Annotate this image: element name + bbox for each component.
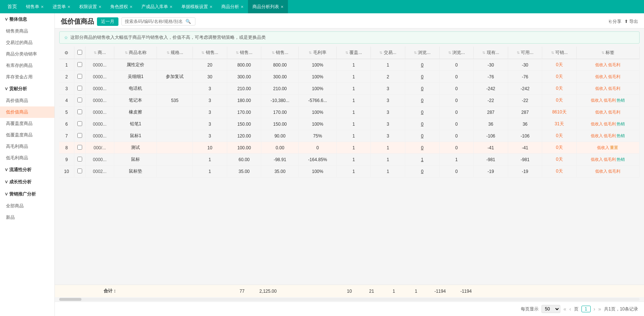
nav-close-inventory[interactable]: ✕ [170, 5, 172, 9]
nav-close-template[interactable]: ✕ [209, 5, 212, 9]
sidebar-item-sales-goods[interactable]: 销售类商品 [0, 26, 54, 37]
row-checkbox[interactable] [77, 86, 82, 91]
sidebar-group-contribution[interactable]: ∨ 贡献分析 [0, 83, 54, 95]
row-checkbox[interactable] [77, 133, 82, 138]
select-all-checkbox[interactable] [77, 50, 82, 55]
col-trade[interactable]: ⇅ 交易... [371, 47, 405, 59]
col-spec[interactable]: ⇅ 规格... [157, 47, 193, 59]
browse-link[interactable]: 0 [421, 169, 423, 174]
search-box[interactable]: 🔍 [121, 17, 195, 26]
row-stock2: -19 [508, 166, 542, 177]
sidebar-item-all-goods[interactable]: 全部商品 [0, 200, 54, 212]
col-code[interactable]: ⇅ 商... [85, 47, 114, 59]
share-button[interactable]: ⎗ 分享 [609, 18, 621, 25]
row-browse1[interactable]: 0 [405, 106, 439, 118]
row-checkbox[interactable] [77, 62, 82, 67]
col-s2[interactable]: ⇅ 销售... [227, 47, 261, 59]
nav-permission[interactable]: 权限设置 ✕ [75, 0, 106, 13]
sidebar-item-traded-goods[interactable]: 交易过的商品 [0, 37, 54, 48]
browse-link[interactable]: 0 [421, 133, 423, 139]
tab-recent-month[interactable]: 近一月 [97, 17, 118, 26]
row-browse1[interactable]: 0 [405, 130, 439, 142]
nav-role[interactable]: 角色授权 ✕ [106, 0, 137, 13]
nav-product-analysis[interactable]: 商品分析 ✕ [217, 0, 248, 13]
nav-close-product-analysis[interactable]: ✕ [241, 5, 244, 9]
export-button[interactable]: ⬆ 导出 [624, 18, 638, 25]
sidebar-item-low-coverage[interactable]: 低覆盖度商品 [0, 129, 54, 141]
col-tags[interactable]: ⇅ 标签 [577, 47, 640, 59]
last-page-btn[interactable]: » [598, 306, 601, 312]
nav-close-product-list[interactable]: ✕ [281, 5, 284, 9]
row-browse1[interactable]: 0 [405, 166, 439, 177]
search-input[interactable] [125, 19, 184, 24]
prev-page-btn[interactable]: ‹ [569, 306, 571, 312]
sidebar-group-marketing[interactable]: ∨ 营销推广分析 [0, 188, 54, 200]
col-stock2[interactable]: ⇅ 可用... [508, 47, 542, 59]
col-stock1[interactable]: ⇅ 现有... [474, 47, 508, 59]
col-name[interactable]: ⇅ 商品名称 [114, 47, 157, 59]
browse-link[interactable]: 0 [421, 145, 423, 150]
next-page-btn[interactable]: › [594, 306, 596, 312]
nav-close-permission[interactable]: ✕ [98, 5, 101, 9]
col-checkbox[interactable] [74, 47, 85, 59]
browse-link[interactable]: 0 [421, 62, 423, 68]
col-s3[interactable]: ⇅ 销售... [261, 47, 299, 59]
nav-purchase[interactable]: 进货单 ✕ [48, 0, 75, 13]
row-checkbox[interactable] [77, 109, 82, 114]
search-icon[interactable]: 🔍 [185, 19, 191, 24]
nav-inventory[interactable]: 产成品入库单 ✕ [137, 0, 177, 13]
nav-close-sales[interactable]: ✕ [41, 5, 44, 9]
browse-link[interactable]: 0 [421, 110, 423, 115]
row-browse1[interactable]: 1 [405, 154, 439, 166]
row-browse1[interactable]: 0 [405, 83, 439, 95]
browse-link[interactable]: 0 [421, 74, 423, 79]
nav-product-list[interactable]: 商品分析列表 ✕ [248, 0, 288, 13]
row-checkbox[interactable] [77, 145, 82, 150]
sidebar-item-inventory-fund[interactable]: 库存资金占用 [0, 71, 54, 83]
first-page-btn[interactable]: « [563, 306, 566, 312]
scroll-thumb[interactable] [59, 298, 81, 301]
nav-sales[interactable]: 销售单 ✕ [21, 0, 48, 13]
sidebar-group-flow[interactable]: ∨ 流通性分析 [0, 164, 54, 176]
nav-close-purchase[interactable]: ✕ [67, 5, 70, 9]
row-checkbox[interactable] [77, 121, 82, 126]
row-browse1[interactable]: 0 [405, 142, 439, 154]
row-browse1[interactable]: 0 [405, 59, 439, 71]
row-checkbox[interactable] [77, 74, 82, 79]
sidebar-item-low-margin[interactable]: 低毛利商品 [0, 152, 54, 164]
browse-link[interactable]: 0 [421, 122, 423, 127]
col-settings[interactable]: ⚙ [59, 47, 74, 59]
row-days: 0天 [542, 71, 577, 83]
sidebar-item-high-value[interactable]: 高价值商品 [0, 95, 54, 106]
scroll-bar[interactable] [59, 298, 640, 301]
current-page[interactable]: 1 [581, 306, 591, 312]
sidebar-item-category-rate[interactable]: 商品分类动销率 [0, 48, 54, 60]
row-checkbox[interactable] [77, 169, 82, 173]
nav-template[interactable]: 单据模板设置 ✕ [177, 0, 217, 13]
row-browse1[interactable]: 0 [405, 71, 439, 83]
col-browse2[interactable]: ⇅ 浏览... [439, 47, 474, 59]
col-stock3[interactable]: ⇅ 可销... [542, 47, 577, 59]
per-page-select[interactable]: 50 100 200 [541, 305, 560, 313]
header-actions: ⎗ 分享 ⬆ 导出 [609, 18, 638, 25]
sidebar-item-low-value[interactable]: 低价值商品 [0, 106, 54, 118]
sidebar-item-high-margin[interactable]: 高毛利商品 [0, 141, 54, 152]
row-checkbox[interactable] [77, 98, 82, 102]
row-browse1[interactable]: 0 [405, 118, 439, 130]
browse-link[interactable]: 0 [421, 98, 423, 103]
row-browse1[interactable]: 0 [405, 95, 439, 106]
nav-home[interactable]: 首页 [3, 0, 21, 13]
col-gross[interactable]: ⇅ 毛利率 [299, 47, 336, 59]
browse-link[interactable]: 0 [421, 86, 423, 91]
sidebar-item-new-goods[interactable]: 新品 [0, 212, 54, 223]
sidebar-group-overall[interactable]: ∨ 整体信息 [0, 13, 54, 26]
nav-close-role[interactable]: ✕ [130, 5, 133, 9]
col-s1[interactable]: ⇅ 销售... [193, 47, 227, 59]
sidebar-item-stocked-goods[interactable]: 有库存的商品 [0, 60, 54, 71]
row-checkbox[interactable] [77, 157, 82, 162]
col-browse1[interactable]: ⇅ 浏览... [405, 47, 439, 59]
sidebar-item-high-coverage[interactable]: 高覆盖度商品 [0, 118, 54, 129]
col-cover[interactable]: ⇅ 覆盖... [336, 47, 371, 59]
sidebar-group-growth[interactable]: ∨ 成长性分析 [0, 176, 54, 188]
browse-link[interactable]: 1 [421, 157, 423, 162]
